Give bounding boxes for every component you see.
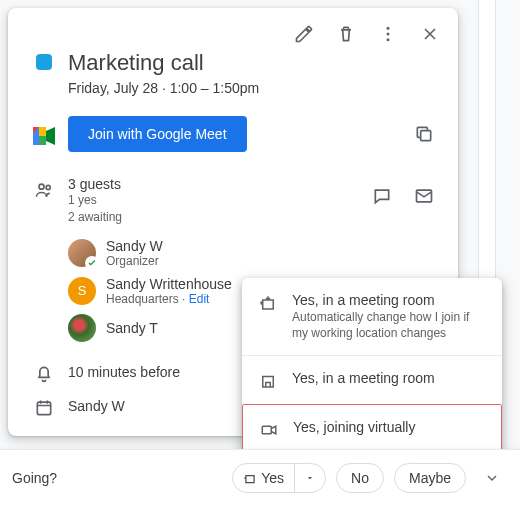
svg-rect-13	[263, 300, 274, 309]
popup-option-title: Yes, in a meeting room	[292, 370, 435, 386]
room-mini-icon	[243, 471, 257, 485]
google-meet-icon	[33, 127, 55, 145]
svg-point-10	[46, 186, 50, 190]
copy-link-button[interactable]	[406, 116, 442, 152]
room-icon	[259, 372, 277, 390]
rsvp-more-button[interactable]	[476, 462, 508, 494]
avatar-letter: S	[78, 283, 87, 298]
svg-rect-5	[39, 136, 46, 145]
rsvp-join-mode-popup: Yes, in a meeting room Automatically cha…	[242, 278, 502, 454]
guest-location: Headquarters · Edit	[106, 292, 232, 306]
join-meet-button[interactable]: Join with Google Meet	[68, 116, 247, 152]
rsvp-footer: Going? Yes No Maybe	[0, 449, 520, 505]
svg-point-9	[39, 185, 44, 190]
close-button[interactable]	[412, 16, 448, 52]
popup-option-subtext: Automatically change how I join if my wo…	[292, 310, 486, 341]
svg-rect-4	[39, 127, 46, 136]
trash-icon	[336, 24, 356, 44]
guest-role: Organizer	[106, 254, 163, 268]
svg-rect-15	[262, 426, 271, 434]
guest-item[interactable]: Sandy W Organizer	[68, 234, 364, 272]
rsvp-yes-button[interactable]: Yes	[233, 464, 294, 492]
rsvp-yes-group: Yes	[232, 463, 326, 493]
svg-marker-6	[46, 127, 55, 145]
avatar	[68, 314, 96, 342]
avatar	[68, 239, 96, 267]
rsvp-no-button[interactable]: No	[336, 463, 384, 493]
popup-option-title: Yes, joining virtually	[293, 419, 415, 435]
svg-rect-12	[37, 402, 50, 415]
popup-option-auto-room[interactable]: Yes, in a meeting room Automatically cha…	[242, 278, 502, 355]
svg-point-1	[387, 33, 390, 36]
calendar-icon	[34, 398, 54, 418]
edit-button[interactable]	[286, 16, 322, 52]
copy-icon	[414, 124, 434, 144]
event-datetime: Friday, July 28 · 1:00 – 1:50pm	[68, 80, 442, 96]
guests-awaiting-count: 2 awaiting	[68, 209, 364, 226]
rsvp-question: Going?	[12, 470, 57, 486]
chat-guests-button[interactable]	[364, 178, 400, 214]
guests-yes-count: 1 yes	[68, 192, 364, 209]
room-auto-icon	[259, 294, 277, 312]
more-options-button[interactable]	[370, 16, 406, 52]
event-title: Marketing call	[68, 50, 442, 76]
popup-option-room[interactable]: Yes, in a meeting room	[242, 356, 502, 404]
svg-rect-16	[246, 475, 254, 482]
people-icon	[34, 180, 54, 200]
video-icon	[260, 421, 278, 439]
guest-name: Sandy W	[106, 238, 163, 254]
more-vertical-icon	[378, 24, 398, 44]
event-color-chip	[36, 54, 52, 70]
chat-icon	[372, 186, 392, 206]
check-icon	[87, 258, 97, 268]
edit-location-link[interactable]: Edit	[189, 292, 210, 306]
close-icon	[420, 24, 440, 44]
delete-button[interactable]	[328, 16, 364, 52]
rsvp-yes-dropdown-button[interactable]	[294, 464, 325, 492]
guests-count: 3 guests	[68, 176, 364, 192]
avatar: S	[68, 277, 96, 305]
svg-point-2	[387, 38, 390, 41]
card-top-actions	[8, 8, 458, 52]
svg-rect-8	[421, 131, 431, 141]
bell-icon	[34, 364, 54, 384]
mail-icon	[414, 186, 434, 206]
email-guests-button[interactable]	[406, 178, 442, 214]
popup-option-virtual[interactable]: Yes, joining virtually	[242, 404, 502, 454]
guest-name: Sandy Writtenhouse	[106, 276, 232, 292]
svg-point-0	[387, 27, 390, 30]
pencil-icon	[294, 24, 314, 44]
chevron-down-icon	[484, 470, 500, 486]
popup-option-title: Yes, in a meeting room	[292, 292, 486, 308]
rsvp-maybe-button[interactable]: Maybe	[394, 463, 466, 493]
caret-down-icon	[305, 473, 315, 483]
guest-name: Sandy T	[106, 320, 158, 336]
